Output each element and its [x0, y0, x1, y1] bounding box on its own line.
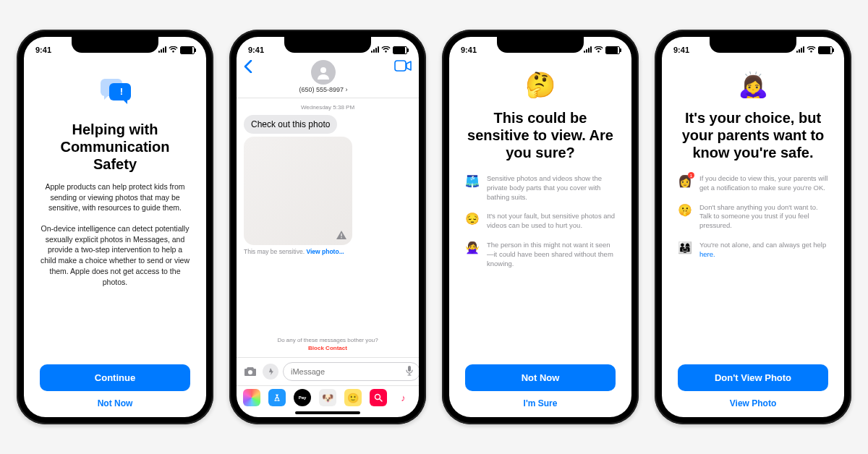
bother-prompt: Do any of these messages bother you? — [244, 337, 412, 343]
app-photos[interactable] — [243, 389, 260, 406]
cellular-icon — [584, 47, 592, 53]
help-link[interactable]: here. — [699, 250, 715, 258]
back-button[interactable] — [244, 60, 252, 75]
view-photo-button[interactable]: View Photo — [678, 391, 828, 408]
status-time: 9:41 — [461, 46, 477, 54]
cellular-icon — [796, 47, 804, 53]
info-row: 🙅‍♀️ The person in this might not want i… — [465, 241, 616, 268]
row-icon: 🤫 — [678, 203, 692, 217]
app-memoji[interactable]: 🙂 — [344, 389, 362, 406]
body-paragraph-2: On-device intelligence can detect potent… — [40, 223, 190, 287]
wifi-icon — [169, 46, 178, 54]
dictation-button[interactable] — [406, 366, 413, 378]
page-title: This could be sensitive to view. Are you… — [465, 109, 616, 161]
phone-2: 9:41 (650) 555-8997 › — [229, 30, 426, 424]
app-appstore[interactable] — [268, 389, 286, 406]
blurred-photo[interactable] — [244, 137, 352, 245]
im-sure-button[interactable]: I'm Sure — [465, 391, 616, 408]
body-paragraph-1: Apple products can help protect kids fro… — [40, 181, 190, 213]
row-icon: 🙅‍♀️ — [465, 241, 480, 254]
svg-rect-3 — [341, 237, 341, 238]
row-text: If you decide to view this, your parents… — [699, 174, 828, 193]
svg-rect-2 — [341, 234, 341, 236]
not-now-button[interactable]: Not Now — [40, 391, 190, 408]
svg-rect-1 — [395, 61, 406, 71]
notch — [710, 37, 796, 53]
row-icon: 🩳 — [465, 174, 480, 188]
thinking-emoji-icon: 🤔 — [525, 70, 556, 99]
notification-badge-icon: 1 — [688, 172, 694, 179]
block-contact-button[interactable]: Block Contact — [244, 345, 412, 351]
communication-safety-icon: ! — [99, 79, 131, 108]
row-icon: 😔 — [465, 212, 480, 226]
battery-icon — [393, 46, 407, 54]
row-icon: 👨‍👩‍👧 — [678, 241, 692, 254]
app-store-button[interactable] — [263, 364, 278, 380]
status-time: 9:41 — [248, 46, 264, 54]
message-composer — [237, 357, 419, 385]
wifi-icon — [381, 46, 391, 54]
svg-point-0 — [320, 67, 326, 73]
wifi-icon — [594, 46, 603, 54]
phone-1: 9:41 ! Helping with Communication Safety… — [17, 30, 213, 424]
battery-icon — [605, 46, 620, 54]
info-row: 👩1 If you decide to view this, your pare… — [678, 174, 828, 193]
notch — [72, 37, 158, 53]
svg-line-7 — [380, 399, 382, 401]
row-text: Sensitive photos and videos show the pri… — [487, 174, 616, 202]
row-text: You're not alone, and can always get hel… — [699, 241, 828, 260]
dont-view-photo-button[interactable]: Don't View Photo — [678, 364, 828, 391]
view-photo-link[interactable]: View photo... — [306, 248, 344, 255]
bowing-emoji-icon: 🙇‍♀️ — [738, 70, 768, 99]
info-row: 🩳 Sensitive photos and videos show the p… — [465, 174, 616, 202]
continue-button[interactable]: Continue — [40, 364, 190, 391]
notch — [284, 37, 371, 53]
app-apple-pay[interactable]: Pay — [294, 389, 311, 406]
phone-4: 9:41 🙇‍♀️ It's your choice, but your par… — [655, 30, 851, 424]
cellular-icon — [158, 47, 166, 53]
notch — [497, 37, 584, 53]
app-animoji-dog[interactable]: 🐶 — [319, 389, 336, 406]
facetime-button[interactable] — [394, 60, 412, 74]
row-icon: 👩1 — [678, 174, 692, 188]
info-row: 😔 It's not your fault, but sensitive pho… — [465, 212, 616, 231]
incoming-message[interactable]: Check out this photo — [244, 115, 337, 134]
imessage-app-strip: Pay 🐶 🙂 ♪ — [237, 385, 419, 409]
row-text: Don't share anything you don't want to. … — [699, 203, 828, 231]
contact-avatar-icon[interactable] — [311, 60, 336, 85]
wifi-icon — [807, 46, 816, 54]
app-search[interactable] — [370, 389, 387, 406]
phone-3: 9:41 🤔 This could be sensitive to view. … — [442, 30, 639, 424]
message-input[interactable] — [283, 362, 419, 381]
warning-icon — [336, 231, 346, 241]
page-title: It's your choice, but your parents want … — [678, 109, 828, 161]
svg-point-4 — [248, 370, 252, 374]
info-row: 🤫 Don't share anything you don't want to… — [678, 203, 828, 231]
status-time: 9:41 — [35, 46, 51, 54]
not-now-button[interactable]: Not Now — [465, 364, 616, 391]
camera-button[interactable] — [242, 364, 258, 380]
messages-nav: (650) 555-8997 › — [237, 59, 419, 98]
home-indicator[interactable] — [295, 411, 360, 414]
svg-rect-5 — [408, 366, 411, 372]
row-text: It's not your fault, but sensitive photo… — [487, 212, 616, 231]
row-text: The person in this might not want it see… — [487, 241, 616, 268]
sensitive-caption: This may be sensitive. View photo... — [244, 248, 412, 255]
cellular-icon — [371, 47, 379, 53]
status-time: 9:41 — [673, 46, 689, 54]
svg-point-6 — [375, 395, 380, 400]
battery-icon — [818, 46, 833, 54]
page-title: Helping with Communication Safety — [40, 121, 190, 173]
battery-icon — [180, 46, 195, 54]
message-timestamp: Wednesday 5:38 PM — [244, 104, 412, 111]
contact-name[interactable]: (650) 555-8997 › — [299, 86, 347, 93]
info-row: 👨‍👩‍👧 You're not alone, and can always g… — [678, 241, 828, 260]
app-music[interactable]: ♪ — [394, 389, 412, 406]
